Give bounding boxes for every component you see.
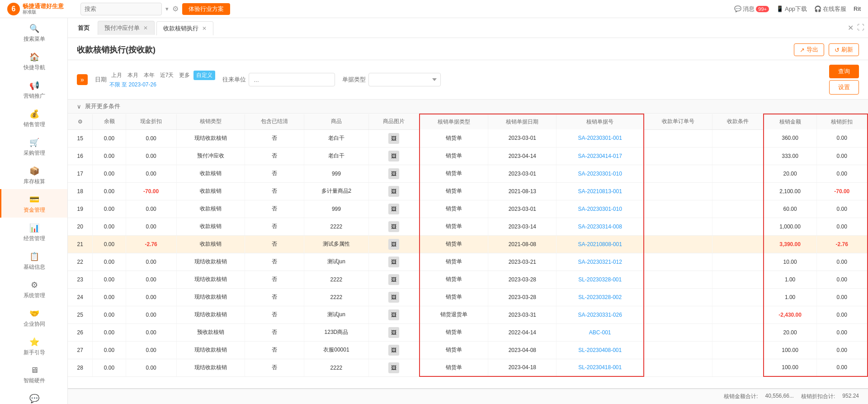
- col-header-seq: ⚙: [68, 114, 93, 129]
- tab-bar-right: ✕ ⛶: [848, 24, 864, 32]
- cell-receipt-terms: [712, 147, 764, 165]
- col-header-voucher-no: 核销单据号: [557, 114, 644, 129]
- cell-writeoff-discount: -70.00: [816, 182, 868, 200]
- cell-writeoff-amount: 10.00: [764, 253, 816, 271]
- date-btn-this-year[interactable]: 本年: [142, 71, 156, 80]
- table-wrapper[interactable]: ⚙ 余额 现金折扣 核销类型 包含已结清 商品 商品图片 核销单据类型 核销单据…: [68, 114, 868, 388]
- tab-prepay[interactable]: 预付冲应付单 ✕: [98, 21, 155, 35]
- system-icon: ⚙: [31, 280, 38, 290]
- cell-receipt-order: [644, 341, 712, 359]
- user-label[interactable]: Rit: [854, 5, 861, 12]
- voucher-no-link[interactable]: SL-20230328-002: [578, 294, 622, 300]
- date-filter-group: 日期 上月 本月 本年 近7天 更多 自定义 不限 至 2023-07-26: [95, 71, 216, 89]
- voucher-no-link[interactable]: SL-20230418-001: [578, 364, 622, 371]
- voucher-no-link[interactable]: SA-20210808-001: [578, 241, 622, 247]
- cell-receipt-terms: [712, 253, 764, 271]
- voucher-no-link[interactable]: SA-20230321-012: [578, 259, 622, 265]
- date-btn-custom[interactable]: 自定义: [193, 71, 215, 80]
- settings-button[interactable]: 设置: [829, 80, 859, 95]
- col-header-voucher-type: 核销单据类型: [420, 114, 488, 129]
- sidebar-item-management[interactable]: 📊 经营管理: [0, 218, 67, 246]
- export-button[interactable]: ↗ 导出: [794, 43, 824, 56]
- voucher-no-link[interactable]: SA-20230301-010: [578, 206, 622, 212]
- voucher-no-link[interactable]: SA-20230301-001: [578, 135, 622, 141]
- home-icon: 🏠: [29, 52, 39, 62]
- filter-toggle-btn[interactable]: »: [77, 74, 88, 85]
- sidebar-item-basic-info[interactable]: 📋 基础信息: [0, 246, 67, 275]
- voucher-no-link[interactable]: ABC-001: [589, 329, 611, 336]
- cell-receipt-order: [644, 147, 712, 165]
- sidebar-item-system[interactable]: ⚙ 系统管理: [0, 275, 67, 303]
- cell-goods: 测试jun: [304, 306, 368, 323]
- sidebar-item-marketing[interactable]: 📢 营销推广: [0, 75, 67, 104]
- tab-writeoff-close[interactable]: ✕: [202, 25, 207, 32]
- date-btn-this-month[interactable]: 本月: [126, 71, 140, 80]
- gear-icon[interactable]: ⚙: [172, 5, 179, 13]
- industry-btn[interactable]: 体验行业方案: [182, 3, 230, 15]
- counterparty-filter-group: 往来单位: [222, 73, 335, 86]
- tab-home[interactable]: 首页: [71, 21, 96, 35]
- sidebar-item-nav[interactable]: 🏠 快捷导航: [0, 47, 67, 75]
- cell-writeoff-discount: 0.00: [816, 271, 868, 288]
- messages-area[interactable]: 💬 消息 99+: [734, 5, 769, 13]
- close-window-icon[interactable]: ✕: [848, 24, 854, 32]
- page-title-row: 收款核销执行(按收款) ↗ 导出 ↺ 刷新: [77, 43, 859, 60]
- cell-writeoff-amount: 20.00: [764, 165, 816, 182]
- tab-writeoff-label: 收款核销执行: [163, 24, 198, 33]
- cell-writeoff-type: 现结收款核销: [176, 306, 245, 323]
- cell-receipt-terms: [712, 359, 764, 376]
- sidebar-item-sales[interactable]: 💰 销售管理: [0, 104, 67, 132]
- voucher-no-link[interactable]: SA-20230314-008: [578, 223, 622, 230]
- voucher-no-link[interactable]: SL-20230328-001: [578, 276, 622, 283]
- search-input[interactable]: [80, 3, 162, 15]
- cell-receipt-terms: [712, 200, 764, 218]
- voucher-type-select[interactable]: [368, 73, 441, 86]
- date-btn-7days[interactable]: 近7天: [158, 71, 176, 80]
- date-buttons: 上月 本月 本年 近7天 更多 自定义: [109, 71, 216, 80]
- sidebar-item-inventory[interactable]: 📦 库存核算: [0, 161, 67, 189]
- export-icon: ↗: [800, 47, 805, 53]
- cell-writeoff-type: 预收款核销: [176, 323, 245, 341]
- expand-more-row[interactable]: ∨ 展开更多条件: [68, 100, 868, 114]
- voucher-no-link[interactable]: SA-20230331-026: [578, 312, 622, 318]
- sidebar-item-hardware[interactable]: 🖥 智能硬件: [0, 360, 67, 388]
- table-header-row: ⚙ 余额 现金折扣 核销类型 包含已结清 商品 商品图片 核销单据类型 核销单据…: [68, 114, 868, 129]
- col-header-cash-discount: 现金折扣: [126, 114, 176, 129]
- cell-writeoff-amount: 333.00: [764, 147, 816, 165]
- tab-prepay-close[interactable]: ✕: [143, 25, 148, 31]
- voucher-no-link[interactable]: SL-20230408-001: [578, 347, 622, 353]
- table-row: 24 0.00 0.00 现结收款核销 否 2222 🖼 销货单 2023-03…: [68, 288, 868, 306]
- sidebar-item-enterprise[interactable]: 🤝 企业协同: [0, 303, 67, 332]
- dropdown-icon[interactable]: ▾: [165, 5, 169, 12]
- cell-seq: 24: [68, 288, 93, 306]
- app-title: 畅捷通谱好生意: [23, 3, 64, 10]
- voucher-no-link[interactable]: SA-20230301-010: [578, 171, 622, 177]
- cell-goods: 2222: [304, 218, 368, 235]
- online-service-area[interactable]: 🎧 在线客服: [814, 5, 846, 13]
- date-btn-more[interactable]: 更多: [177, 71, 192, 80]
- app-download-area[interactable]: 📱 App下载: [776, 5, 807, 13]
- cell-goods: 999: [304, 200, 368, 218]
- sidebar-item-purchase[interactable]: 🛒 采购管理: [0, 132, 67, 161]
- query-button[interactable]: 查询: [829, 65, 859, 78]
- cell-seq: 20: [68, 218, 93, 235]
- cell-voucher-date: 2023-04-18: [488, 359, 557, 376]
- cell-receipt-terms: [712, 323, 764, 341]
- date-label: 日期: [95, 76, 107, 84]
- date-btn-last-month[interactable]: 上月: [109, 71, 124, 80]
- sidebar-item-guide[interactable]: ⭐ 新手引导: [0, 332, 67, 360]
- voucher-no-link[interactable]: SA-20210813-001: [578, 188, 622, 195]
- maximize-icon[interactable]: ⛶: [857, 24, 864, 32]
- cell-voucher-date: 2023-03-31: [488, 306, 557, 323]
- sidebar-item-finance[interactable]: 💳 资金管理: [0, 189, 67, 218]
- monitor-icon: 🖥: [30, 366, 38, 375]
- tab-writeoff[interactable]: 收款核销执行 ✕: [156, 21, 213, 35]
- refresh-button[interactable]: ↺ 刷新: [829, 43, 859, 56]
- cell-receipt-terms: [712, 218, 764, 235]
- voucher-no-link[interactable]: SA-20230414-017: [578, 153, 622, 159]
- cell-goods-image: 🖼: [368, 271, 420, 288]
- sidebar-item-search[interactable]: 🔍 搜索菜单: [0, 18, 67, 47]
- counterparty-input[interactable]: [249, 73, 335, 86]
- data-table: ⚙ 余额 现金折扣 核销类型 包含已结清 商品 商品图片 核销单据类型 核销单据…: [68, 114, 868, 377]
- sidebar-item-wechat[interactable]: 💬 企业微信: [0, 388, 67, 404]
